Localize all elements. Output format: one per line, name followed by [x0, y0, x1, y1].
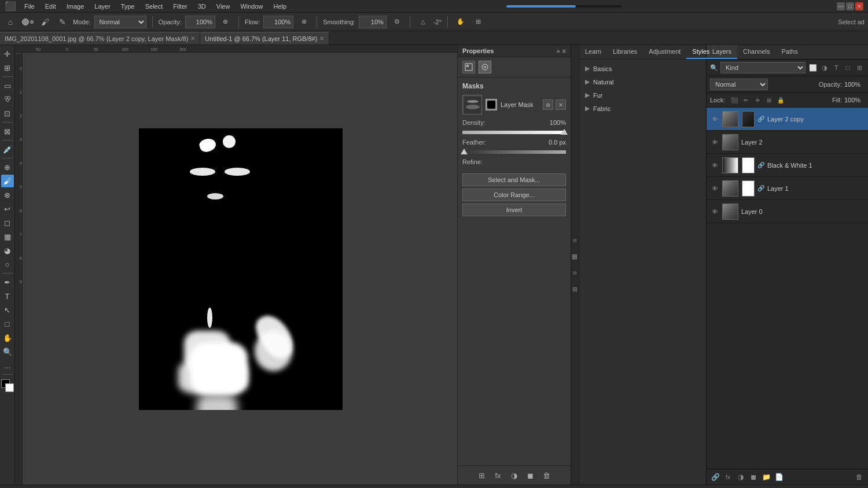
- layers-filter-shape[interactable]: □: [843, 62, 853, 73]
- feather-slider[interactable]: [462, 150, 566, 154]
- lasso-tool[interactable]: ꕢ: [1, 93, 14, 106]
- density-slider[interactable]: [462, 131, 566, 134]
- layer-row-layer1[interactable]: 👁 🔗 Layer 1: [707, 177, 868, 200]
- layers-filter-adjustment[interactable]: ◑: [819, 62, 830, 73]
- brush-toggle-button[interactable]: ✎: [56, 15, 69, 29]
- styles-fabric[interactable]: ▶ Fabric: [579, 102, 706, 115]
- airbrush-button[interactable]: ⊕: [219, 15, 233, 29]
- layers-fx-button[interactable]: fx: [723, 472, 733, 482]
- pen-tool[interactable]: ✒: [1, 276, 14, 289]
- mask-icon-button[interactable]: [479, 61, 491, 73]
- bw1-visibility[interactable]: 👁: [710, 161, 719, 170]
- move-tool[interactable]: ✛: [1, 47, 14, 60]
- mode-select[interactable]: Normal: [94, 16, 146, 28]
- invert-button[interactable]: Invert: [462, 204, 566, 216]
- styles-basics[interactable]: ▶ Basics: [579, 62, 706, 75]
- dodge-tool[interactable]: ○: [1, 258, 14, 271]
- lock-position-button[interactable]: ✛: [753, 95, 762, 105]
- flow-toggle-button[interactable]: ⊕: [297, 15, 311, 29]
- menu-view[interactable]: View: [212, 2, 235, 11]
- menu-type[interactable]: Type: [116, 2, 139, 11]
- background-color[interactable]: [5, 383, 14, 392]
- brush-size-button[interactable]: [21, 15, 35, 29]
- restore-button[interactable]: □: [846, 2, 854, 10]
- marquee-tool[interactable]: ▭: [1, 79, 14, 92]
- tab-libraries[interactable]: Libraries: [607, 45, 643, 59]
- select-and-mask-button[interactable]: Select and Mask...: [462, 173, 566, 186]
- tab-channels[interactable]: Channels: [737, 45, 775, 59]
- tablet-button[interactable]: ✋: [454, 15, 468, 29]
- layer-row-bw1[interactable]: 👁 🔗 Black & White 1: [707, 154, 868, 177]
- healing-brush-tool[interactable]: ⊕: [1, 161, 14, 173]
- smoothing-options-button[interactable]: ⚙: [390, 15, 404, 29]
- menu-image[interactable]: Image: [62, 2, 89, 11]
- menu-filter[interactable]: Filter: [168, 2, 192, 11]
- styles-fur[interactable]: ▶ Fur: [579, 88, 706, 102]
- menu-layer[interactable]: Layer: [90, 2, 115, 11]
- tab-untitled-close[interactable]: ✕: [319, 35, 324, 42]
- panel-collapse-area[interactable]: ≡ ▦ ≡ ⊞: [571, 45, 579, 485]
- more-tools[interactable]: …: [1, 359, 14, 372]
- layer-row-layer2[interactable]: 👁 Layer 2: [707, 131, 868, 154]
- brush-tool[interactable]: 🖌: [1, 175, 14, 187]
- brush-options-button[interactable]: 🖌: [38, 15, 52, 29]
- menu-select[interactable]: Select: [141, 2, 168, 11]
- opacity-input[interactable]: [185, 16, 215, 28]
- artboard-tool[interactable]: ⊞: [1, 61, 14, 74]
- tab-paths[interactable]: Paths: [776, 45, 804, 59]
- gradient-tool[interactable]: ▦: [1, 230, 14, 243]
- menu-help[interactable]: Help: [269, 2, 292, 11]
- layer1-visibility[interactable]: 👁: [710, 184, 719, 193]
- symmetry-button[interactable]: ⊞: [471, 15, 485, 29]
- color-selector[interactable]: [1, 379, 14, 392]
- mask-button-2[interactable]: ✕: [556, 99, 566, 110]
- shape-tool[interactable]: □: [1, 317, 14, 330]
- layers-group-button[interactable]: 📁: [761, 472, 771, 482]
- tab-img[interactable]: IMG_20201108_0001.jpg @ 66.7% (Layer 2 c…: [0, 32, 200, 45]
- eraser-tool[interactable]: ◻: [1, 216, 14, 229]
- angle-button[interactable]: △: [416, 15, 430, 29]
- adjustment-footer-button[interactable]: ◑: [509, 469, 520, 481]
- delete-footer-button[interactable]: 🗑: [541, 469, 553, 481]
- lock-all-button[interactable]: 🔒: [776, 95, 785, 105]
- color-range-button[interactable]: Color Range...: [462, 188, 566, 201]
- lock-image-button[interactable]: ✏: [741, 95, 751, 105]
- layer0-visibility[interactable]: 👁: [710, 207, 719, 216]
- menu-window[interactable]: Window: [236, 2, 267, 11]
- add-mask-footer-button[interactable]: ⊞: [476, 469, 488, 481]
- drawing-canvas[interactable]: [24, 54, 457, 485]
- styles-natural[interactable]: ▶ Natural: [579, 75, 706, 88]
- object-select-tool[interactable]: ⊡: [1, 107, 14, 120]
- layer2copy-visibility[interactable]: 👁: [710, 114, 719, 124]
- layers-filter-type[interactable]: T: [831, 62, 841, 73]
- layers-kind-select[interactable]: Kind: [720, 62, 806, 73]
- menu-3d[interactable]: 3D: [193, 2, 211, 11]
- close-button[interactable]: ✕: [855, 2, 863, 10]
- zoom-tool[interactable]: 🔍: [1, 345, 14, 358]
- tab-styles[interactable]: Styles: [686, 45, 715, 59]
- layers-filter-pixel[interactable]: ⬜: [808, 62, 818, 73]
- minimize-button[interactable]: —: [837, 2, 845, 10]
- lock-artboard-button[interactable]: ⊞: [764, 95, 774, 105]
- effects-footer-button[interactable]: fx: [492, 469, 504, 481]
- layers-filter-smart[interactable]: ⊞: [854, 62, 865, 73]
- path-select-tool[interactable]: ↖: [1, 304, 14, 316]
- properties-menu-icon[interactable]: ≡: [562, 47, 566, 54]
- stamp-tool[interactable]: ⊗: [1, 188, 14, 201]
- layer-row-layer0[interactable]: 👁 Layer 0: [707, 200, 868, 223]
- tab-untitled[interactable]: Untitled-1 @ 66.7% (Layer 11, RGB/8#) ✕: [200, 32, 329, 45]
- type-tool[interactable]: T: [1, 290, 14, 302]
- tab-adjustment[interactable]: Adjustment: [643, 45, 686, 59]
- lock-pixels-button[interactable]: ⬛: [730, 95, 739, 105]
- hand-tool[interactable]: ✋: [1, 331, 14, 344]
- layers-adjustment-button[interactable]: ◼: [748, 472, 759, 482]
- mask-button-1[interactable]: ⊕: [543, 99, 553, 110]
- pixel-icon-button[interactable]: [462, 61, 475, 73]
- blur-tool[interactable]: ◕: [1, 244, 14, 257]
- layers-new-button[interactable]: 📄: [774, 472, 784, 482]
- menu-file[interactable]: File: [20, 2, 39, 11]
- layers-mask-button[interactable]: ◑: [735, 472, 746, 482]
- menu-edit[interactable]: Edit: [41, 2, 61, 11]
- flow-input[interactable]: [263, 16, 293, 28]
- mask-footer-button[interactable]: ◼: [525, 469, 536, 481]
